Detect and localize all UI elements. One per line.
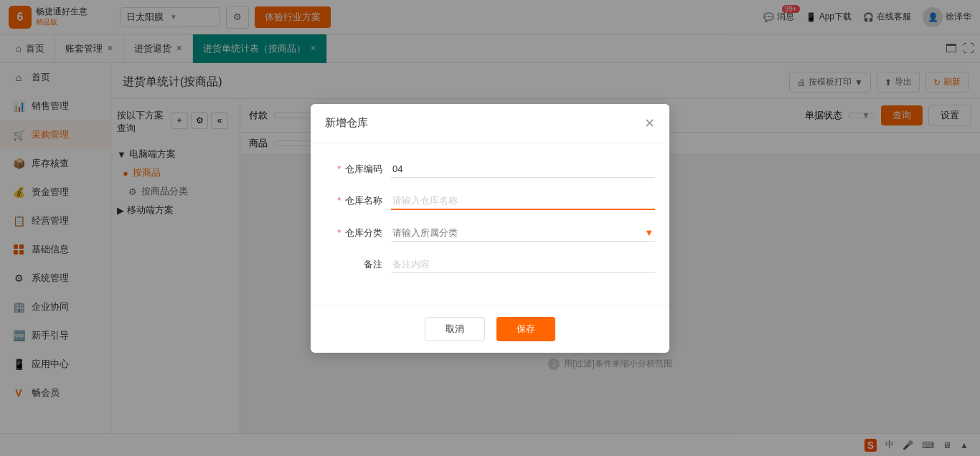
new-warehouse-dialog: 新增仓库 ✕ * 仓库编码 * 仓库名称 — [311, 104, 669, 353]
remark-label: 备注 — [325, 258, 382, 271]
dialog-title: 新增仓库 — [325, 116, 368, 130]
category-dropdown-icon[interactable]: ▼ — [644, 227, 654, 238]
category-label: * 仓库分类 — [325, 227, 382, 239]
category-select[interactable]: ▼ — [391, 224, 655, 242]
form-row-remark: 备注 — [325, 256, 655, 273]
dialog-close-icon[interactable]: ✕ — [644, 115, 655, 131]
name-input[interactable] — [391, 192, 655, 210]
form-row-name: * 仓库名称 — [325, 192, 655, 210]
required-star-category: * — [337, 227, 341, 238]
dialog-body: * 仓库编码 * 仓库名称 * 仓库分类 — [311, 143, 669, 305]
name-label: * 仓库名称 — [325, 194, 382, 207]
dialog-header: 新增仓库 ✕ — [311, 104, 669, 143]
remark-input[interactable] — [391, 256, 655, 273]
code-input[interactable] — [391, 161, 655, 178]
category-input[interactable] — [392, 227, 644, 238]
dialog-footer: 取消 保存 — [311, 305, 669, 353]
cancel-button[interactable]: 取消 — [425, 317, 485, 341]
save-button[interactable]: 保存 — [496, 317, 555, 341]
form-row-category: * 仓库分类 ▼ — [325, 224, 655, 242]
code-label: * 仓库编码 — [325, 163, 382, 176]
required-star-code: * — [337, 163, 341, 174]
dialog-overlay: 新增仓库 ✕ * 仓库编码 * 仓库名称 — [0, 0, 980, 456]
form-row-code: * 仓库编码 — [325, 161, 655, 178]
required-star-name: * — [337, 195, 341, 206]
